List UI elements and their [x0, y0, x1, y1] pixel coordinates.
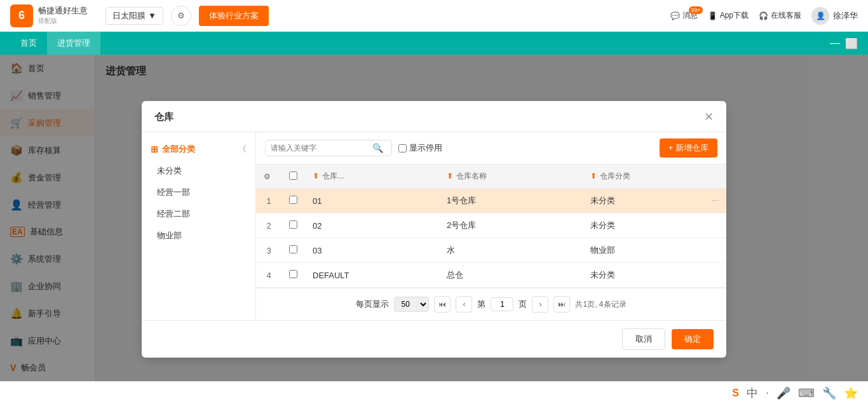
avatar: 👤	[811, 7, 829, 25]
row-category: 未分类	[583, 213, 726, 238]
message-icon: 💬	[670, 11, 680, 20]
modal-title: 仓库	[154, 111, 173, 123]
search-icon[interactable]: 🔍	[372, 143, 383, 153]
online-service-button[interactable]: 🎧 在线客服	[759, 10, 801, 21]
prev-page-button[interactable]: ‹	[456, 296, 472, 313]
table-row[interactable]: 1 01 1号仓库 未分类 ···	[256, 189, 726, 213]
select-all-checkbox[interactable]	[289, 172, 297, 180]
sort-icon: ⬆	[313, 172, 319, 180]
modal-overlay: 仓库 ✕ ⊞ 全部分类 《 未分类 经营一部	[0, 55, 868, 404]
settings-icon[interactable]: 🔧	[822, 386, 836, 400]
search-box: 🔍	[265, 140, 392, 156]
all-category-title: ⊞ 全部分类	[151, 144, 195, 155]
row-check-cell	[281, 213, 305, 238]
logo-badge: 搭配版	[38, 17, 88, 25]
show-disabled-label: 显示停用	[398, 142, 442, 154]
category-item-uncategorized[interactable]: 未分类	[142, 160, 255, 182]
modal-body: ⊞ 全部分类 《 未分类 经营一部 经营二部 物业部	[142, 132, 726, 320]
row-num: 3	[256, 238, 281, 263]
table-toolbar: 🔍 显示停用 + 新增仓库	[256, 132, 726, 165]
collapse-icon[interactable]: 《	[238, 144, 247, 155]
row-checkbox[interactable]	[289, 196, 297, 204]
mobile-icon: 📱	[708, 11, 717, 20]
per-page-select[interactable]: 50 100	[394, 297, 429, 312]
row-name: 水	[439, 238, 583, 263]
th-settings: ⚙	[256, 165, 281, 189]
logo-text: 畅捷通好生意	[38, 6, 88, 17]
row-code: 01	[305, 189, 439, 213]
chevron-down-icon: ▼	[148, 11, 156, 20]
s-logo-icon: S	[732, 387, 739, 399]
gear-button[interactable]: ⚙	[171, 6, 191, 26]
row-num: 1	[256, 189, 281, 213]
add-warehouse-button[interactable]: + 新增仓库	[660, 138, 717, 158]
category-item-dept1[interactable]: 经营一部	[142, 182, 255, 203]
category-item-dept2[interactable]: 经营二部	[142, 203, 255, 225]
row-num: 2	[256, 213, 281, 238]
row-name: 2号仓库	[439, 213, 583, 238]
settings-icon: ⚙	[264, 172, 271, 181]
th-check	[281, 165, 305, 189]
grid-icon: ⊞	[151, 144, 158, 154]
search-input[interactable]	[271, 144, 372, 152]
more-icon[interactable]: ···	[712, 195, 719, 205]
last-page-button[interactable]: ⏭	[553, 296, 570, 313]
table-header-row: ⚙ ⬆ 仓库... ⬆ 仓库名称	[256, 165, 726, 189]
sort-icon-cat: ⬆	[590, 172, 597, 180]
store-selector[interactable]: 日太阳膜 ▼	[105, 7, 163, 25]
page-number-input[interactable]	[491, 297, 513, 311]
star-icon[interactable]: ⭐	[844, 386, 858, 400]
row-num: 4	[256, 263, 281, 288]
trial-button[interactable]: 体验行业方案	[199, 6, 269, 26]
modal-close-button[interactable]: ✕	[704, 110, 714, 124]
category-item-property[interactable]: 物业部	[142, 225, 255, 246]
page-info: 共1页, 4条记录	[575, 299, 626, 310]
top-header: 6 畅捷通好生意 搭配版 日太阳膜 ▼ ⚙ 体验行业方案 💬 消息 99+ 📱 …	[0, 0, 868, 32]
chinese-icon: 中	[747, 386, 758, 401]
mic-icon[interactable]: 🎤	[776, 386, 790, 400]
cancel-button[interactable]: 取消	[622, 328, 665, 350]
headset-icon: 🎧	[759, 11, 768, 20]
all-category-header[interactable]: ⊞ 全部分类 《	[142, 138, 255, 160]
minimize-icon[interactable]: —	[830, 37, 840, 50]
keyboard-icon[interactable]: ⌨	[798, 386, 815, 400]
row-checkbox[interactable]	[289, 270, 297, 278]
row-checkbox[interactable]	[289, 245, 297, 253]
modal-footer: 取消 确定	[142, 320, 726, 358]
table-row[interactable]: 2 02 2号仓库 未分类	[256, 213, 726, 238]
row-checkbox[interactable]	[289, 220, 297, 229]
row-code: 03	[305, 238, 439, 263]
th-name[interactable]: ⬆ 仓库名称	[439, 165, 583, 189]
row-code: DEFAULT	[305, 263, 439, 288]
right-panel: 🔍 显示停用 + 新增仓库 ⚙	[256, 132, 726, 320]
th-code[interactable]: ⬆ 仓库...	[305, 165, 439, 189]
row-category: 未分类 ···	[583, 189, 726, 213]
row-check-cell	[281, 263, 305, 288]
logo-icon: 6	[10, 4, 33, 27]
row-check-cell	[281, 189, 305, 213]
row-category: 物业部	[583, 238, 726, 263]
confirm-button[interactable]: 确定	[672, 329, 714, 349]
user-area[interactable]: 👤 徐泽华	[811, 7, 858, 25]
show-disabled-checkbox[interactable]	[398, 144, 407, 152]
app-download-button[interactable]: 📱 App下载	[708, 10, 749, 21]
next-page-button[interactable]: ›	[532, 296, 548, 313]
table-row[interactable]: 3 03 水 物业部	[256, 238, 726, 263]
nav-tab-home[interactable]: 首页	[10, 32, 47, 55]
bottom-bar: S 中 · 🎤 ⌨ 🔧 ⭐	[0, 381, 868, 404]
table-row[interactable]: 4 DEFAULT 总仓 未分类	[256, 263, 726, 288]
warehouse-modal: 仓库 ✕ ⊞ 全部分类 《 未分类 经营一部	[142, 101, 726, 358]
close-tab-area: — ⬜	[830, 37, 858, 50]
logo-area: 6 畅捷通好生意 搭配版	[10, 4, 105, 27]
maximize-icon[interactable]: ⬜	[845, 37, 858, 50]
row-category: 未分类	[583, 263, 726, 288]
dot-icon: ·	[766, 386, 769, 400]
message-button[interactable]: 💬 消息 99+	[670, 10, 698, 21]
modal-header: 仓库 ✕	[142, 101, 726, 132]
row-name: 1号仓库	[439, 189, 583, 213]
th-category[interactable]: ⬆ 仓库分类	[583, 165, 726, 189]
nav-tab-purchase[interactable]: 进货管理	[47, 32, 100, 55]
first-page-button[interactable]: ⏮	[434, 296, 451, 313]
sort-icon-name: ⬆	[447, 172, 453, 180]
row-name: 总仓	[439, 263, 583, 288]
